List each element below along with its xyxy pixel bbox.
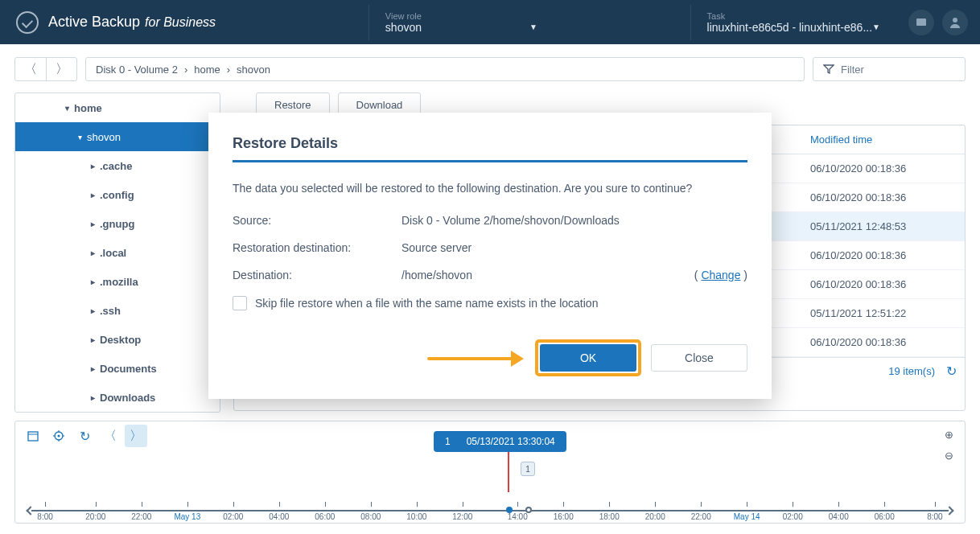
ok-button[interactable]: OK — [540, 344, 636, 372]
modal-overlay: Restore Details The data you selected wi… — [0, 0, 980, 534]
dialog-message: The data you selected will be restored t… — [233, 182, 747, 195]
restore-details-dialog: Restore Details The data you selected wi… — [208, 113, 772, 399]
annotation-arrow-icon — [427, 353, 524, 363]
source-label: Source: — [233, 214, 401, 227]
checkbox-icon[interactable] — [233, 296, 247, 310]
restoration-destination-label: Restoration destination: — [233, 241, 401, 254]
skip-file-label: Skip file restore when a file with the s… — [255, 297, 598, 310]
destination-value: /home/shovon ( Change ) — [401, 269, 747, 281]
source-value: Disk 0 - Volume 2/home/shovon/Downloads — [401, 214, 747, 227]
dialog-actions: OK Close — [233, 339, 747, 376]
dialog-divider — [233, 160, 747, 162]
dialog-title: Restore Details — [233, 135, 747, 152]
change-link[interactable]: Change — [701, 269, 740, 281]
skip-file-option[interactable]: Skip file restore when a file with the s… — [233, 296, 747, 310]
close-button[interactable]: Close — [651, 344, 747, 372]
annotation-highlight: OK — [535, 339, 641, 376]
restoration-destination-value: Source server — [401, 241, 747, 254]
destination-label: Destination: — [233, 269, 401, 281]
